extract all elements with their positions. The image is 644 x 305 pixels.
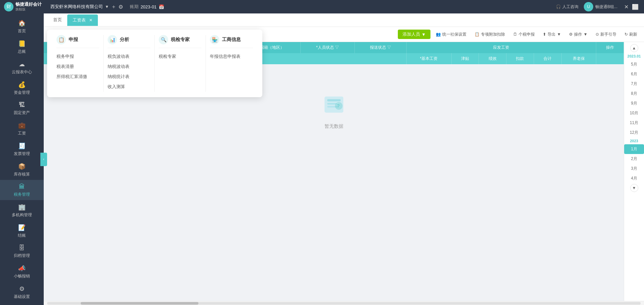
scrollbar-thumb[interactable]	[81, 302, 198, 305]
sidebar-item-cloud[interactable]: ☁ 云报表中心	[0, 57, 44, 78]
menu-item-income-tax[interactable]: 所得税汇算清缴	[56, 72, 99, 82]
cal-prev-year-btn[interactable]: ▲	[630, 44, 638, 52]
company-dropdown-icon[interactable]: ▼	[105, 4, 109, 9]
cloud-icon: ☁	[19, 61, 25, 68]
fenxi-icon: 📊	[108, 35, 117, 44]
tab-home[interactable]: 首页	[48, 14, 67, 26]
logo-icon: 财	[4, 2, 13, 11]
export-btn[interactable]: ⬆ 导出 ▼	[540, 30, 564, 39]
sidebar-item-archive[interactable]: 🗄 归档管理	[0, 241, 44, 261]
sidebar-label-closing: 结账	[18, 233, 26, 238]
filter-icon-submit[interactable]: ▽	[387, 45, 391, 50]
sidebar-item-funds[interactable]: 💰 资金管理	[0, 78, 44, 98]
refresh-icon: ↻	[624, 32, 628, 37]
horizontal-scrollbar[interactable]	[44, 301, 644, 305]
salary-icon: 💼	[18, 122, 26, 129]
calendar-panel: ▲ 2023.01 5月 6月 7月 8月 9月 10月 11月 12月 202…	[624, 42, 644, 301]
app-title: 畅捷通好会计	[15, 2, 42, 7]
top-header: 财 畅捷通好会计 旗舰版 西安虾米网络科技有限公司 ▼ ＋ ⚙ 账期 2023-…	[0, 0, 644, 13]
sidebar-item-salary[interactable]: 💼 工资	[0, 118, 44, 139]
sidebar-item-guide[interactable]: 🔰 新手引导	[0, 302, 44, 305]
sidebar-item-invoice[interactable]: 🧾 发票管理	[0, 139, 44, 159]
cal-next-year-btn[interactable]: ▼	[630, 184, 638, 192]
col-expected-salary-group: 应发工资	[406, 42, 596, 53]
sidebar-label-ledger: 总账	[18, 49, 26, 54]
cal-month-7[interactable]: 7月	[624, 79, 644, 89]
sidebar-label-invoice: 发票管理	[14, 151, 30, 157]
cal-month-8[interactable]: 8月	[624, 89, 644, 99]
sidebar-item-ledger[interactable]: 📒 总账	[0, 37, 44, 57]
cal-month-9[interactable]: 9月	[624, 99, 644, 108]
company-name: 西安虾米网络科技有限公司	[50, 4, 103, 10]
human-service-btn[interactable]: 🎧 人工咨询	[556, 4, 578, 10]
sidebar-item-home[interactable]: 🏠 首页	[0, 16, 44, 37]
col-person-status: *人员状态 ▽	[300, 42, 355, 53]
refresh-btn[interactable]: ↻ 刷新	[622, 30, 640, 39]
sidebar-item-inventory[interactable]: 📦 库存核算	[0, 159, 44, 180]
cal-month-5[interactable]: 5月	[624, 60, 644, 69]
period-value: 2023-01	[141, 4, 157, 9]
cal-year-2023: 2023	[630, 138, 638, 144]
tab-close-btn[interactable]: ✕	[89, 18, 92, 23]
ops-dropdown-icon[interactable]: ▼	[583, 32, 588, 37]
assets-icon: 🏗	[19, 102, 25, 109]
svg-rect-1	[327, 99, 341, 101]
tax-report-icon: 🗒	[513, 32, 517, 37]
menu-item-tax-burden[interactable]: 税负波动表	[108, 51, 150, 62]
cal-month-2[interactable]: 2月	[624, 154, 644, 164]
add-person-button[interactable]: 添加人员 ▼	[398, 30, 430, 39]
avatar: U	[584, 2, 593, 11]
cal-month-11[interactable]: 11月	[624, 118, 644, 128]
col-operations: 操作	[596, 42, 624, 53]
personal-tax-btn[interactable]: 🗒 个税申报	[510, 30, 537, 39]
company-settings-icon[interactable]: ⚙	[118, 4, 123, 10]
filter-icon-status[interactable]: ▽	[335, 45, 339, 50]
add-person-dropdown-icon[interactable]: ▼	[421, 32, 426, 37]
dropdown-col-taxcheck: 🔍 税检专家 税检专家	[155, 35, 206, 92]
sidebar-item-assets[interactable]: 🏗 固定资产	[0, 98, 44, 118]
cal-month-12[interactable]: 12月	[624, 128, 644, 138]
empty-text: 暂无数据	[325, 123, 343, 129]
sidebar-toggle-btn[interactable]: ‹	[40, 153, 47, 166]
cal-month-10[interactable]: 10月	[624, 108, 644, 118]
menu-item-tax-wave[interactable]: 纳税波动表	[108, 62, 150, 72]
tab-bar: 首页 工资表 ✕	[44, 13, 644, 27]
restore-window-btn[interactable]: ⬜	[631, 2, 640, 11]
cal-month-4[interactable]: 4月	[624, 174, 644, 183]
company-add-icon[interactable]: ＋	[111, 3, 116, 10]
social-insurance-label: 统一社保设置	[442, 32, 466, 37]
calendar-icon[interactable]: 📅	[159, 4, 164, 9]
sidebar-item-tax[interactable]: 🏛 税务管理	[0, 180, 44, 200]
export-dropdown-icon[interactable]: ▼	[557, 32, 561, 37]
social-insurance-btn[interactable]: 👥 统一社保设置	[433, 30, 469, 39]
tab-salary[interactable]: 工资表 ✕	[67, 14, 98, 26]
menu-item-annual-report[interactable]: 年报信息申报表	[210, 51, 253, 62]
cal-month-3[interactable]: 3月	[624, 164, 644, 174]
sidebar-label-expense: 小畅报销	[14, 273, 30, 279]
cal-month-6[interactable]: 6月	[624, 69, 644, 79]
tab-salary-label: 工资表	[73, 17, 86, 23]
sidebar-item-settings[interactable]: ⚙ 基础设置	[0, 282, 44, 302]
sidebar-item-closing[interactable]: 📝 结账	[0, 221, 44, 241]
col-deduction: 扣款	[506, 53, 534, 64]
special-deduction-btn[interactable]: 📋 专项附加扣除	[472, 30, 508, 39]
cal-month-1[interactable]: 1月	[624, 144, 644, 154]
operations-btn[interactable]: ⚙ 操作 ▼	[566, 30, 590, 39]
menu-item-tax-table[interactable]: 税表清册	[56, 62, 99, 72]
taxcheck-icon: 🔍	[159, 35, 168, 44]
inventory-icon: 📦	[18, 163, 26, 170]
personal-tax-label: 个税申报	[519, 32, 535, 37]
operations-label: 操作	[574, 32, 582, 37]
sidebar-item-expense[interactable]: 📣 小畅报销	[0, 261, 44, 282]
scrollbar-track	[47, 302, 641, 305]
close-window-btn[interactable]: ✕	[623, 2, 630, 11]
menu-item-tax-stat[interactable]: 纳税统计表	[108, 72, 150, 82]
sidebar-item-multiorg[interactable]: 🏢 多机构管理	[0, 200, 44, 221]
biz-icon: 🏪	[210, 35, 219, 44]
menu-item-taxcheck-expert[interactable]: 税检专家	[159, 51, 201, 62]
menu-item-income-est[interactable]: 收入测算	[108, 82, 150, 92]
menu-item-tax-report[interactable]: 税务申报	[56, 51, 99, 62]
home-icon: 🏠	[18, 20, 26, 27]
guide-btn[interactable]: ⊙ 新手引导	[593, 30, 619, 39]
deduction-icon: 📋	[475, 32, 480, 37]
